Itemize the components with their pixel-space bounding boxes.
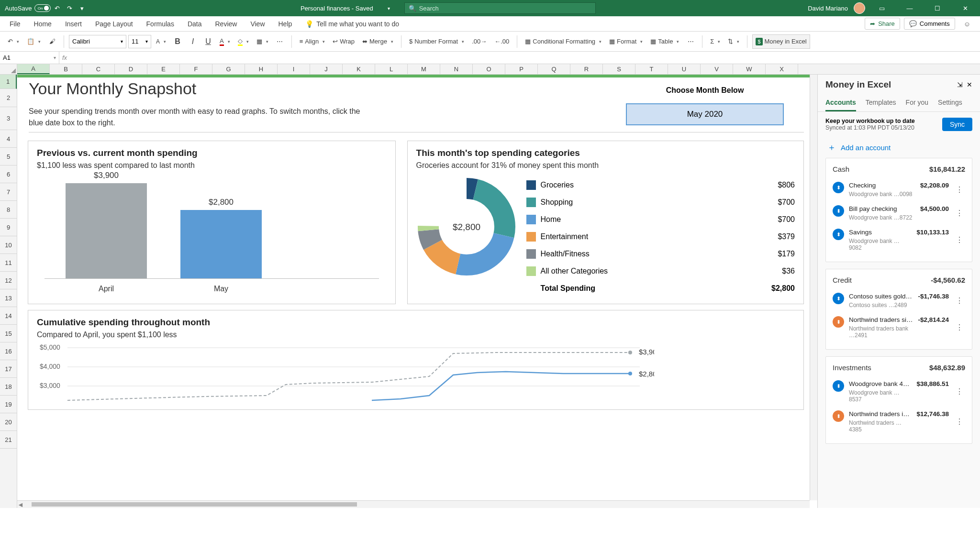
italic-button[interactable]: I (186, 34, 200, 49)
undo-icon[interactable]: ↶ (52, 3, 62, 13)
row-header[interactable]: 18 (0, 378, 17, 396)
col-header[interactable]: E (147, 64, 180, 74)
col-header[interactable]: P (505, 64, 538, 74)
file-name[interactable]: Personal finances - Saved (301, 5, 373, 12)
account-item[interactable]: ⬍Northwind traders indexNorthwind trader… (833, 407, 965, 437)
panel-tab-settings[interactable]: Settings (938, 95, 962, 111)
share-button[interactable]: ➦Share (865, 18, 900, 30)
menu-insert[interactable]: Insert (58, 17, 89, 31)
row-header[interactable]: 20 (0, 413, 17, 431)
col-header[interactable]: C (82, 64, 115, 74)
row-header[interactable]: 6 (0, 165, 17, 183)
panel-tab-accounts[interactable]: Accounts (825, 95, 856, 111)
table-button[interactable]: ▦ Table (647, 34, 682, 49)
menu-file[interactable]: File (3, 17, 27, 31)
row-header[interactable]: 21 (0, 431, 17, 449)
col-header[interactable]: I (278, 64, 310, 74)
row-header[interactable]: 14 (0, 307, 17, 325)
col-header[interactable]: H (245, 64, 278, 74)
col-header[interactable]: L (375, 64, 408, 74)
row-header[interactable]: 3 (0, 107, 17, 130)
sort-filter-button[interactable]: ⇅ (725, 34, 742, 49)
menu-view[interactable]: View (244, 17, 271, 31)
inc-decimal[interactable]: .00→ (469, 34, 490, 49)
row-header[interactable]: 17 (0, 360, 17, 378)
account-more-icon[interactable]: ⋮ (954, 387, 965, 396)
col-header[interactable]: W (733, 64, 766, 74)
menu-help[interactable]: Help (272, 17, 299, 31)
account-item[interactable]: ⬍Northwind traders silverNorthwind trade… (833, 312, 965, 342)
col-header[interactable]: N (440, 64, 473, 74)
autosum-button[interactable]: Σ (707, 34, 723, 49)
add-account-button[interactable]: ＋Add an account (818, 137, 980, 158)
account-item[interactable]: ⬍Woodgrove bank 401kWoodgrove bank …8537… (833, 376, 965, 407)
sync-button[interactable]: Sync (942, 118, 972, 131)
row-header[interactable]: 2 (0, 89, 17, 107)
format-button[interactable]: ▦ Format (606, 34, 646, 49)
emoji-button[interactable]: ☺ (957, 17, 977, 31)
qat-more-icon[interactable]: ▾ (77, 3, 87, 13)
font-name-select[interactable]: Calibri▾ (69, 35, 126, 48)
col-header[interactable]: K (343, 64, 375, 74)
row-header[interactable]: 7 (0, 183, 17, 201)
menu-formulas[interactable]: Formulas (140, 17, 181, 31)
col-header[interactable]: S (603, 64, 635, 74)
account-item[interactable]: ⬍Contoso suites gold cardContoso suites … (833, 289, 965, 312)
row-header[interactable]: 8 (0, 201, 17, 219)
row-header[interactable]: 19 (0, 396, 17, 413)
row-header[interactable]: 12 (0, 272, 17, 289)
col-header[interactable]: G (212, 64, 245, 74)
col-header[interactable]: F (180, 64, 212, 74)
account-item[interactable]: ⬍CheckingWoodgrove bank …0098$2,208.09⋮ (833, 178, 965, 201)
merge-button[interactable]: ⬌ Merge (359, 34, 396, 49)
underline-button[interactable]: U (201, 34, 215, 49)
panel-tab-templates[interactable]: Templates (866, 95, 896, 111)
col-header[interactable]: O (473, 64, 505, 74)
account-more-icon[interactable]: ⋮ (954, 296, 965, 305)
account-more-icon[interactable]: ⋮ (954, 323, 965, 332)
col-header[interactable]: V (701, 64, 733, 74)
bold-button[interactable]: B (171, 34, 184, 49)
maximize-button[interactable]: ☐ (926, 0, 948, 16)
user-name[interactable]: David Mariano (808, 5, 848, 12)
more-font[interactable]: ⋯ (273, 34, 287, 49)
comments-button[interactable]: 💬Comments (904, 18, 955, 30)
account-more-icon[interactable]: ⋮ (954, 235, 965, 244)
worksheet[interactable]: Your Monthly Snapshot See your spending … (17, 75, 817, 508)
col-header[interactable]: X (766, 64, 798, 74)
font-color-button[interactable]: A (217, 34, 233, 49)
autosave-toggle[interactable]: On (34, 4, 51, 12)
row-header[interactable]: 16 (0, 342, 17, 360)
col-header[interactable]: J (310, 64, 343, 74)
account-more-icon[interactable]: ⋮ (954, 209, 965, 218)
align-button[interactable]: ≡ Align (297, 34, 328, 49)
col-header[interactable]: R (570, 64, 603, 74)
account-more-icon[interactable]: ⋮ (954, 417, 965, 426)
col-header[interactable]: M (408, 64, 440, 74)
col-header[interactable]: A (17, 64, 50, 74)
format-painter[interactable]: 🖌 (45, 34, 59, 49)
cond-format-button[interactable]: ▦ Conditional Formatting (522, 34, 604, 49)
vertical-scrollbar[interactable] (810, 75, 817, 500)
money-in-excel-button[interactable]: $Money in Excel (752, 34, 810, 49)
horizontal-scrollbar[interactable]: ◄ (17, 500, 810, 508)
borders-button[interactable]: ▦ (254, 34, 271, 49)
search-box[interactable]: 🔍 Search (404, 2, 596, 14)
ribbon-mode-icon[interactable]: ▭ (871, 0, 893, 16)
panel-pop-icon[interactable]: ⇲ (957, 81, 963, 88)
paste-button[interactable]: 📋 (24, 34, 44, 49)
name-box[interactable]: A1▾ (0, 52, 59, 64)
panel-close-icon[interactable]: ✕ (967, 81, 972, 88)
row-header[interactable]: 5 (0, 148, 17, 165)
undo-split[interactable]: ↶ (5, 34, 22, 49)
redo-icon[interactable]: ↷ (64, 3, 75, 13)
row-header[interactable]: 1 (0, 75, 17, 89)
account-item[interactable]: ⬍Bill pay checkingWoodgrove bank …8722$4… (833, 201, 965, 225)
close-button[interactable]: ✕ (954, 0, 976, 16)
row-header[interactable]: 15 (0, 325, 17, 342)
row-header[interactable]: 11 (0, 254, 17, 272)
col-header[interactable]: U (668, 64, 701, 74)
font-size-more[interactable]: A (153, 34, 169, 49)
account-item[interactable]: ⬍SavingsWoodgrove bank …9082$10,133.13⋮ (833, 225, 965, 255)
user-avatar[interactable] (854, 2, 865, 14)
